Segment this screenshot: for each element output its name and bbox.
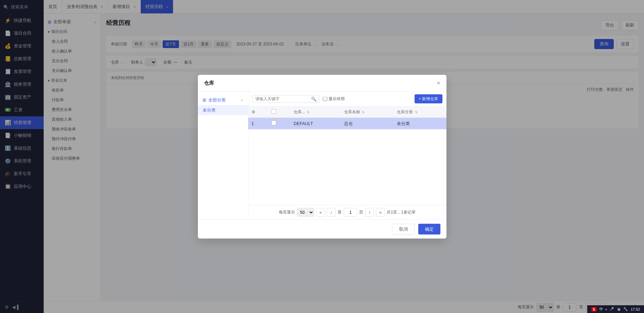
modal-left-nav: ⊞ 全部分类 « 未分类: [198, 91, 248, 219]
tray-icon2: •: [606, 307, 607, 311]
cancel-button[interactable]: 取消: [392, 224, 415, 234]
modal-all-category[interactable]: ⊞ 全部分类 «: [198, 95, 248, 105]
modal-body: ⊞ 全部分类 « 未分类 🔍 显示停用 + 新增仓库: [198, 91, 446, 219]
row-category: 未分类: [393, 118, 446, 129]
modal-total-text: 共1页，1条记录: [387, 209, 415, 215]
modal-per-page-select[interactable]: 50 100: [297, 208, 314, 217]
all-category-label: 全部分类: [208, 97, 226, 103]
modal-left-scroll: 未分类: [198, 105, 248, 214]
modal-first-page-btn[interactable]: «: [316, 208, 325, 217]
modal-search-icon: 🔍: [311, 96, 316, 101]
tray-s-icon: S: [591, 307, 596, 312]
row-code: DEFAULT: [290, 118, 341, 129]
tray-icon5: 🔧: [623, 307, 628, 311]
col-checkbox-header: [268, 106, 290, 118]
modal-search-input[interactable]: [255, 96, 309, 101]
tray-icon1: 中: [599, 307, 603, 312]
row-name: 总仓: [341, 118, 393, 129]
per-page-label2: 每页显示: [279, 209, 295, 215]
col-name-header[interactable]: 仓库名称 ⇅: [341, 106, 393, 118]
modal-toolbar: 🔍 显示停用 + 新增仓库: [248, 91, 446, 106]
tray-icon4: 🖥: [617, 307, 620, 311]
modal-prev-page-btn[interactable]: ‹: [327, 208, 336, 217]
col-code-header[interactable]: 仓库... ⇅: [290, 106, 341, 118]
modal-last-page-btn[interactable]: »: [376, 208, 385, 217]
sort-icon-name: ⇅: [362, 110, 364, 114]
modal-page-unit: 页: [359, 209, 363, 215]
modal-close-button[interactable]: ×: [437, 79, 440, 86]
modal-page-input[interactable]: [344, 208, 357, 217]
warehouse-modal: 仓库 × ⊞ 全部分类 « 未分类 🔍: [198, 75, 446, 238]
tray-time: 17:52: [631, 307, 640, 311]
modal-right: 🔍 显示停用 + 新增仓库 ⚙ 仓库...: [248, 91, 446, 219]
modal-next-page-btn[interactable]: ›: [365, 208, 374, 217]
collapse-icon2[interactable]: «: [241, 97, 243, 102]
modal-pagination: 每页显示 50 100 « ‹ 算 页 › » 共1页，1条记录: [248, 205, 446, 219]
modal-footer: 取消 确定: [198, 219, 446, 238]
system-tray: S 中 • 🎤 🖥 🔧 17:52: [587, 305, 644, 313]
tray-icon3: 🎤: [609, 307, 614, 311]
table-row[interactable]: 1 DEFAULT 总仓 未分类: [248, 118, 446, 129]
show-disabled-checkbox[interactable]: [323, 96, 327, 101]
sort-icon-category: ⇅: [415, 110, 418, 114]
modal-table: ⚙ 仓库... ⇅ 仓库名称 ⇅ 仓库分类: [248, 106, 446, 205]
modal-search-box[interactable]: 🔍: [252, 95, 319, 103]
grid-icon2: ⊞: [203, 97, 206, 103]
row-num: 1: [248, 118, 268, 129]
modal-calc-label: 算: [338, 209, 342, 215]
col-settings-header[interactable]: ⚙: [248, 106, 268, 118]
col-category-header[interactable]: 仓库分类 ⇅: [393, 106, 446, 118]
row-checkbox[interactable]: [268, 118, 290, 129]
modal-header: 仓库 ×: [198, 75, 446, 91]
modal-title: 仓库: [204, 80, 214, 86]
modal-table-header-row: ⚙ 仓库... ⇅ 仓库名称 ⇅ 仓库分类: [248, 106, 446, 118]
sort-icon-code: ⇅: [307, 110, 309, 114]
show-disabled-label[interactable]: 显示停用: [323, 96, 345, 102]
add-warehouse-button[interactable]: + 新增仓库: [415, 94, 442, 103]
confirm-button[interactable]: 确定: [418, 224, 440, 234]
modal-nav-item-uncategorized[interactable]: 未分类: [198, 105, 248, 115]
